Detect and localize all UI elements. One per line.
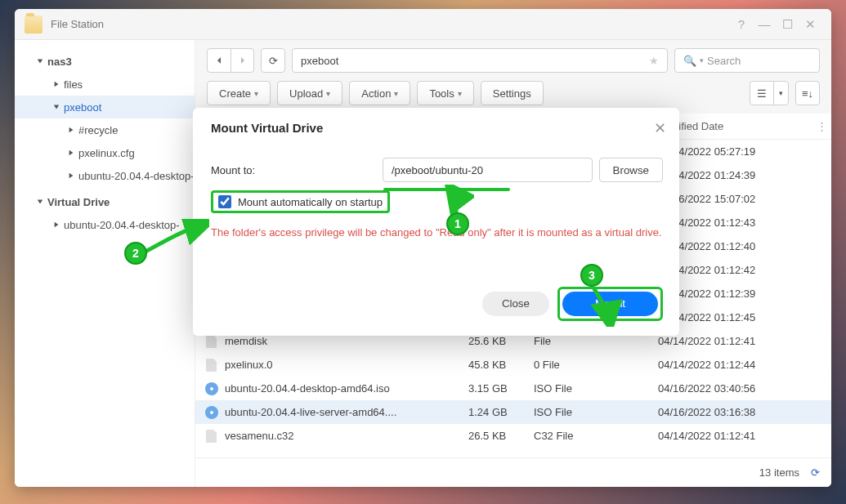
view-caret-button[interactable]: ▾: [773, 82, 788, 105]
mount-to-underline: [383, 188, 510, 191]
tree-label: nas3: [47, 56, 72, 68]
col-date-header[interactable]: Modified Date: [658, 120, 812, 132]
file-name: memdisk: [225, 335, 267, 347]
file-date: 04/16/2022 15:07:02: [658, 193, 812, 205]
toolbar-nav: ⟳ pxeboot ★ 🔍 ▾ Search: [195, 40, 831, 78]
app-folder-icon: [25, 16, 43, 33]
file-date: 04/14/2022 01:12:43: [658, 216, 812, 229]
upload-button[interactable]: Upload▾: [277, 81, 342, 105]
tree-root-virtual-drive[interactable]: Virtual Drive: [15, 190, 195, 213]
dialog-close-button[interactable]: ✕: [654, 119, 666, 137]
minimize-button[interactable]: —: [753, 17, 776, 31]
file-type: 0 File: [534, 359, 658, 371]
chevron-down-icon: [52, 103, 60, 111]
file-icon: [205, 430, 218, 443]
tree-item-pxelinux-cfg[interactable]: pxelinux.cfg: [15, 141, 195, 164]
annotation-badge-3: 3: [580, 264, 603, 287]
footer-refresh-button[interactable]: ⟳: [811, 466, 820, 479]
file-size: 3.15 GB: [468, 382, 534, 395]
auto-mount-checkbox[interactable]: [218, 195, 231, 208]
nav-back-button[interactable]: [208, 49, 231, 72]
file-date: 04/14/2022 01:12:39: [658, 288, 812, 300]
file-date: 04/14/2022 01:12:42: [658, 264, 812, 276]
chevron-right-icon: [67, 172, 75, 180]
chevron-right-icon: [67, 149, 75, 157]
table-row[interactable]: pxelinux.045.8 KB0 File04/14/2022 01:12:…: [195, 353, 831, 377]
tree-item-recycle[interactable]: #recycle: [15, 118, 195, 141]
svg-marker-0: [38, 60, 43, 64]
auto-mount-checkbox-row[interactable]: Mount automatically on startup: [211, 190, 390, 213]
browse-button[interactable]: Browse: [599, 158, 663, 182]
maximize-button[interactable]: ☐: [776, 17, 799, 32]
nav-buttons: [207, 48, 254, 73]
file-size: 45.8 KB: [468, 359, 534, 371]
star-icon[interactable]: ★: [649, 55, 659, 67]
settings-button[interactable]: Settings: [481, 81, 544, 105]
mount-to-row: Mount to: Browse: [211, 158, 663, 182]
table-row[interactable]: vesamenu.c3226.5 KBC32 File04/14/2022 01…: [195, 424, 831, 448]
close-window-button[interactable]: ✕: [799, 17, 821, 32]
svg-marker-8: [217, 57, 221, 64]
tree-root-nas3[interactable]: nas3: [15, 50, 195, 73]
svg-marker-3: [69, 127, 74, 132]
chevron-right-icon: [52, 221, 60, 229]
table-footer: 13 items ⟳: [195, 457, 831, 487]
tree-label: pxelinux.cfg: [78, 147, 135, 159]
app-title: File Station: [51, 18, 104, 30]
tree-label: files: [64, 78, 83, 91]
path-box[interactable]: pxeboot ★: [292, 48, 668, 73]
table-row[interactable]: ubuntu-20.04.4-desktop-amd64.iso3.15 GBI…: [195, 377, 831, 400]
help-button[interactable]: ?: [730, 17, 753, 31]
svg-marker-7: [55, 222, 59, 227]
tree-label: #recycle: [78, 124, 118, 136]
tree-item-ubuntu-desktop[interactable]: ubuntu-20.04.4-desktop-: [15, 164, 195, 187]
file-size: 1.24 GB: [468, 406, 534, 418]
file-name: vesamenu.c32: [225, 430, 294, 442]
tree-item-pxeboot[interactable]: pxeboot: [15, 96, 195, 118]
annotation-arrow-2: [141, 219, 209, 256]
file-type: File: [534, 335, 658, 347]
path-text: pxeboot: [301, 55, 338, 67]
nav-forward-button[interactable]: [231, 49, 253, 72]
file-date: 04/16/2022 03:16:38: [658, 406, 812, 418]
svg-marker-1: [55, 82, 59, 87]
disc-icon: [205, 406, 218, 419]
annotation-arrow-3: [587, 284, 623, 327]
file-date: 04/16/2022 03:40:56: [658, 382, 812, 395]
column-menu[interactable]: ⋮: [812, 120, 831, 132]
svg-marker-5: [69, 173, 74, 178]
file-size: 26.5 KB: [468, 430, 534, 442]
file-date: 04/14/2022 01:12:41: [658, 335, 812, 347]
close-button[interactable]: Close: [482, 292, 549, 316]
file-date: 04/14/2022 01:12:44: [658, 359, 812, 371]
mount-to-label: Mount to:: [211, 164, 383, 176]
dialog-title: Mount Virtual Drive: [211, 121, 663, 135]
chevron-right-icon: [52, 80, 60, 88]
search-box[interactable]: 🔍 ▾ Search: [674, 48, 820, 73]
tree-label: ubuntu-20.04.4-desktop-: [78, 170, 195, 182]
mount-to-input[interactable]: [383, 158, 593, 182]
search-icon: 🔍: [683, 55, 696, 67]
file-date: 04/14/2022 01:12:40: [658, 240, 812, 252]
nav-refresh-button[interactable]: ⟳: [261, 48, 285, 73]
file-date: 04/14/2022 01:12:41: [658, 430, 812, 442]
table-row[interactable]: ubuntu-20.04.4-live-server-amd64....1.24…: [195, 400, 831, 424]
action-button[interactable]: Action▾: [349, 81, 410, 105]
sort-button[interactable]: ≡↓: [795, 81, 820, 105]
file-icon: [205, 359, 218, 372]
chevron-down-icon: [36, 57, 44, 65]
file-size: 25.6 KB: [468, 335, 534, 347]
disc-icon: [205, 382, 218, 395]
tools-button[interactable]: Tools▾: [417, 81, 473, 105]
create-button[interactable]: Create▾: [207, 81, 271, 105]
file-type: ISO File: [534, 406, 658, 418]
file-name: pxelinux.0: [225, 359, 273, 371]
tree-item-files[interactable]: files: [15, 73, 195, 96]
item-count: 13 items: [759, 466, 799, 479]
svg-marker-9: [241, 57, 244, 64]
view-list-button[interactable]: ☰: [750, 82, 773, 105]
warning-text: The folder's access privilege will be ch…: [211, 225, 663, 241]
file-icon: [205, 335, 218, 348]
chevron-right-icon: [67, 126, 75, 134]
svg-marker-4: [69, 150, 74, 155]
